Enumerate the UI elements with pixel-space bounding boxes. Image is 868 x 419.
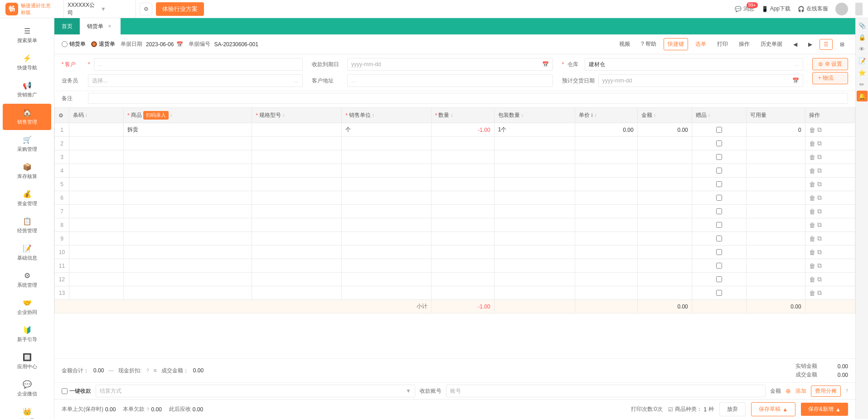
action-btn[interactable]: 操作 xyxy=(735,39,753,50)
cell-qty[interactable] xyxy=(431,150,494,164)
cell-amount[interactable] xyxy=(637,150,692,164)
user-avatar[interactable] xyxy=(835,3,848,15)
tab-home[interactable]: 首页 xyxy=(54,18,80,34)
cell-product[interactable] xyxy=(124,150,252,164)
cell-gift[interactable] xyxy=(692,191,746,205)
cell-unit[interactable] xyxy=(342,178,432,191)
select-btn[interactable]: 选单 xyxy=(692,39,710,50)
gift-checkbox[interactable] xyxy=(716,263,722,269)
radio-sales-input[interactable] xyxy=(62,41,68,47)
copy-icon[interactable]: ⧉ xyxy=(817,140,822,147)
cell-unit[interactable] xyxy=(342,286,432,300)
next-btn[interactable]: ▶ xyxy=(805,39,816,49)
cell-gift[interactable] xyxy=(692,123,746,137)
cell-amount[interactable] xyxy=(637,164,692,178)
delete-icon[interactable]: 🗑 xyxy=(809,126,815,134)
sort-pack-qty-icon[interactable]: ↕ xyxy=(521,113,524,118)
cell-spec[interactable] xyxy=(252,150,342,164)
calc-method-select[interactable]: 结算方式 ▼ xyxy=(96,385,415,397)
customer-input[interactable]: ... xyxy=(94,58,303,71)
cell-qty[interactable] xyxy=(431,178,494,191)
delete-icon[interactable]: 🗑 xyxy=(809,222,815,229)
sidebar-item-enterprise[interactable]: 🤝 企业协同 xyxy=(3,294,51,320)
right-panel-btn-5[interactable]: ⭐ xyxy=(857,67,868,78)
cell-barcode[interactable] xyxy=(69,150,124,164)
cell-qty[interactable]: -1.00 xyxy=(431,123,494,137)
remark-input[interactable] xyxy=(88,93,848,104)
cell-unit-price[interactable] xyxy=(575,273,637,286)
sidebar-item-member[interactable]: 👑 畅会员 xyxy=(3,403,51,419)
trial-button[interactable]: 体验行业方案 xyxy=(156,2,204,16)
sidebar-item-sales[interactable]: 🏠 销售管理 xyxy=(3,104,51,130)
cell-gift[interactable] xyxy=(692,178,746,191)
cell-unit[interactable] xyxy=(342,150,432,164)
cell-amount[interactable] xyxy=(637,246,692,259)
cell-unit[interactable] xyxy=(342,205,432,218)
cell-product[interactable] xyxy=(124,273,252,286)
cell-barcode[interactable] xyxy=(69,205,124,218)
tab-sales-order[interactable]: 销货单 × xyxy=(80,18,121,34)
cell-pack-qty[interactable] xyxy=(494,164,575,178)
cell-amount[interactable] xyxy=(637,286,692,300)
one-click-pay-checkbox[interactable]: 一键收款 xyxy=(62,387,91,395)
cell-pack-qty[interactable] xyxy=(494,178,575,191)
due-date-input[interactable]: yyyy-mm-dd 📅 xyxy=(347,58,553,71)
cell-pack-qty[interactable] xyxy=(494,232,575,246)
company-selector[interactable]: XXXXXX公司 ▼ xyxy=(63,0,136,19)
copy-icon[interactable]: ⧉ xyxy=(817,221,822,229)
fee-split-button[interactable]: 费用分摊 xyxy=(811,385,841,397)
sort-barcode-icon[interactable]: ↕ xyxy=(85,113,87,118)
due-date-calendar-icon[interactable]: 📅 xyxy=(542,61,549,67)
shortcut-btn[interactable]: 快捷键 xyxy=(664,38,688,50)
app-download-button[interactable]: 📱 App下载 xyxy=(761,5,790,13)
sidebar-item-quick-nav[interactable]: ⚡ 快捷导航 xyxy=(3,49,51,76)
cell-unit-price[interactable] xyxy=(575,259,637,273)
delete-icon[interactable]: 🗑 xyxy=(809,249,815,256)
add-amount-icon[interactable]: ⊕ xyxy=(786,387,791,395)
gift-checkbox[interactable] xyxy=(716,290,722,296)
cell-spec[interactable] xyxy=(252,191,342,205)
cell-spec[interactable] xyxy=(252,246,342,259)
discount-info-icon[interactable]: ? xyxy=(146,368,149,373)
product-type-checkbox-icon[interactable]: ☑ xyxy=(668,406,673,413)
scan-button[interactable]: 扫码录入 xyxy=(143,111,169,120)
gift-checkbox[interactable] xyxy=(716,140,722,146)
save-draft-button[interactable]: 保存草稿 ▲ xyxy=(751,402,795,416)
right-panel-btn-4[interactable]: 📝 xyxy=(857,55,868,66)
cell-unit[interactable] xyxy=(342,191,432,205)
print-btn[interactable]: 打印 xyxy=(713,39,732,50)
cell-barcode[interactable] xyxy=(69,191,124,205)
cell-gift[interactable] xyxy=(692,150,746,164)
sidebar-item-search[interactable]: ☰ 搜索菜单 xyxy=(3,22,51,48)
cell-unit-price[interactable] xyxy=(575,137,637,150)
cell-barcode[interactable] xyxy=(69,164,124,178)
cell-barcode[interactable] xyxy=(69,232,124,246)
delete-icon[interactable]: 🗑 xyxy=(809,208,815,215)
delete-icon[interactable]: 🗑 xyxy=(809,167,815,174)
online-service-button[interactable]: 🎧 在线客服 xyxy=(798,5,828,13)
cell-pack-qty[interactable] xyxy=(494,218,575,232)
copy-icon[interactable]: ⧉ xyxy=(817,235,822,242)
copy-icon[interactable]: ⧉ xyxy=(817,289,822,297)
save-new-button[interactable]: 保存&新增 ▲ xyxy=(801,403,848,416)
copy-icon[interactable]: ⧉ xyxy=(817,207,822,215)
right-panel-btn-7[interactable]: 🔔 xyxy=(857,91,868,101)
gift-checkbox[interactable] xyxy=(716,127,722,133)
account-input[interactable]: 账号 xyxy=(446,385,766,397)
cell-qty[interactable] xyxy=(431,164,494,178)
cell-qty[interactable] xyxy=(431,137,494,150)
cell-spec[interactable] xyxy=(252,205,342,218)
cell-barcode[interactable] xyxy=(69,178,124,191)
salesperson-input[interactable]: 选择... ... xyxy=(88,74,303,87)
cell-spec[interactable] xyxy=(252,273,342,286)
tab-close-icon[interactable]: × xyxy=(106,23,113,30)
cell-barcode[interactable] xyxy=(69,246,124,259)
cell-amount[interactable] xyxy=(637,218,692,232)
sort-qty-icon[interactable]: ↕ xyxy=(451,113,453,118)
cell-barcode[interactable] xyxy=(69,123,124,137)
cell-gift[interactable] xyxy=(692,164,746,178)
message-button[interactable]: 💬 消息 99+ xyxy=(735,5,754,13)
gift-checkbox[interactable] xyxy=(716,236,722,241)
cell-spec[interactable] xyxy=(252,232,342,246)
warehouse-input[interactable]: 建材仓 ... xyxy=(585,58,803,71)
